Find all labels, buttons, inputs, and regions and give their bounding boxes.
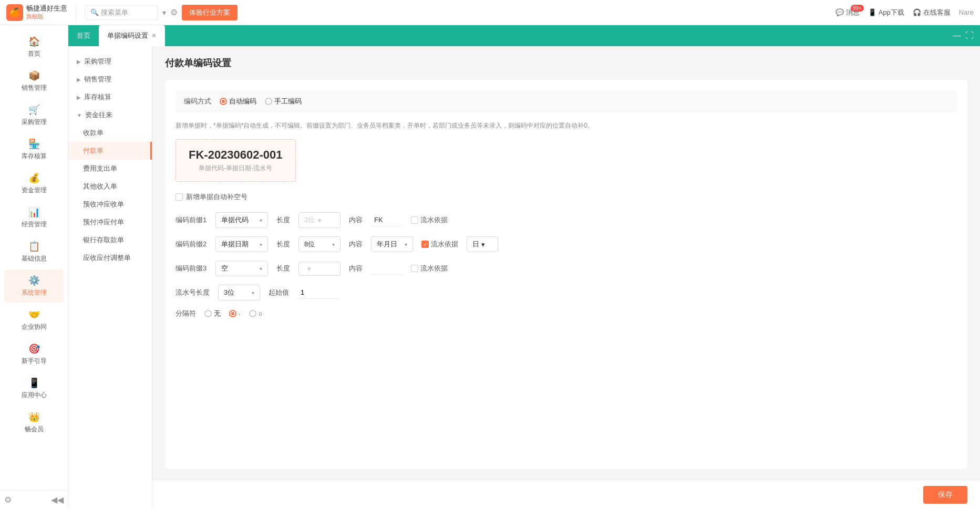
menu-item-expense[interactable]: 费用支出单 <box>68 160 152 178</box>
prefix3-select[interactable]: 空 ▾ <box>215 261 268 276</box>
watermark1-check: 流水依据 <box>411 215 448 225</box>
service-icon: 🎧 <box>913 8 921 16</box>
sep-circle-radio[interactable]: ○ <box>249 310 263 318</box>
sep-dot-radio[interactable]: · <box>229 310 241 318</box>
main-layout: 🏠 首页 📦 销售管理 🛒 采购管理 🏪 库存核算 💰 资金管理 📊 经 <box>0 25 980 509</box>
sidebar-item-label: 首页 <box>28 49 40 58</box>
auto-fill-checkbox[interactable] <box>176 193 183 201</box>
menu-group-sales[interactable]: ▶ 销售管理 <box>68 70 152 88</box>
sidebar-bottom: ⚙ ◀◀ <box>0 490 68 509</box>
dropdown-arrow-icon[interactable]: ▾ <box>162 8 166 17</box>
separator-row: 分隔符 无 · ○ <box>176 309 957 318</box>
sidebar-item-inventory[interactable]: 🏪 库存核算 <box>4 133 64 166</box>
download-icon: 📱 <box>868 8 876 16</box>
collapse-icon[interactable]: ◀◀ <box>51 495 64 505</box>
sidebar-item-operations[interactable]: 📊 经营管理 <box>4 201 64 234</box>
manual-encoding-dot <box>265 98 272 105</box>
day-arrow-icon: ▾ <box>481 241 485 248</box>
sidebar-item-app-center[interactable]: 📱 应用中心 <box>4 372 64 405</box>
online-service[interactable]: 🎧 在线客服 <box>913 8 951 17</box>
prefix2-select[interactable]: 单据日期 ▾ <box>215 236 268 252</box>
search-icon: 🔍 <box>90 8 99 16</box>
sidebar-item-label: 销售管理 <box>22 84 47 92</box>
prefix1-select[interactable]: 单据代码 ▾ <box>215 212 268 228</box>
watermark3-checkbox[interactable] <box>411 265 418 272</box>
search-box[interactable]: 🔍 搜索菜单 <box>85 5 158 20</box>
menu-item-prepay-receivable[interactable]: 预收冲应收单 <box>68 195 152 213</box>
sidebar-item-finance[interactable]: 💰 资金管理 <box>4 167 64 200</box>
content3-input[interactable] <box>371 262 403 275</box>
day-select[interactable]: 日 ▾ <box>467 236 498 252</box>
sidebar-item-system[interactable]: ⚙️ 系统管理 <box>4 269 64 303</box>
serial-length-row: 流水号长度 3位 ▾ 起始值 <box>176 285 957 300</box>
manual-encoding-radio[interactable]: 手工编码 <box>265 97 302 106</box>
tabbar-actions: — ⛶ <box>953 31 980 40</box>
content1-input[interactable] <box>371 214 403 226</box>
menu-group-purchase[interactable]: ▶ 采购管理 <box>68 53 152 70</box>
auto-encoding-radio[interactable]: 自动编码 <box>220 97 256 106</box>
menu-item-adjustment[interactable]: 应收应付调整单 <box>68 249 152 267</box>
encoding-method-row: 编码方式 自动编码 手工编码 <box>176 90 957 112</box>
tabbar: 首页 单据编码设置 ✕ — ⛶ <box>68 25 980 46</box>
select-arrow-icon: ▾ <box>405 242 407 247</box>
menu-group-inventory[interactable]: ▶ 库存核算 <box>68 88 152 106</box>
encoding-radio-group: 自动编码 手工编码 <box>220 97 302 106</box>
topbar: 🍊 畅捷通好生意 旗舰版 🔍 搜索菜单 ▾ ⚙ 体验行业方案 💬 消息 99+ … <box>0 0 980 25</box>
tab-encoding-settings[interactable]: 单据编码设置 ✕ <box>99 25 165 46</box>
sidebar-item-label: 应用中心 <box>22 391 47 400</box>
trial-button[interactable]: 体验行业方案 <box>182 5 238 20</box>
message-badge[interactable]: 💬 消息 99+ <box>835 8 860 17</box>
menu-item-other-income[interactable]: 其他收入单 <box>68 178 152 195</box>
tab-home-label: 首页 <box>77 31 90 40</box>
length1-select[interactable]: 2位 ▾ <box>298 212 341 228</box>
sep-none-radio[interactable]: 无 <box>204 309 221 318</box>
prefix2-label: 编码前缀2 <box>176 240 207 249</box>
sidebar-item-label: 基础信息 <box>22 254 47 263</box>
select-arrow-icon: ▾ <box>260 217 262 223</box>
tab-close-icon[interactable]: ✕ <box>151 32 157 39</box>
settings-icon[interactable]: ⚙ <box>4 495 12 505</box>
sidebar-item-sales[interactable]: 📦 销售管理 <box>4 65 64 98</box>
menu-group-label: 资金往来 <box>85 110 112 120</box>
sales-icon: 📦 <box>28 70 40 81</box>
start-value-input[interactable] <box>297 286 339 299</box>
sidebar-item-member[interactable]: 👑 畅会员 <box>4 406 64 439</box>
menu-item-receipt[interactable]: 收款单 <box>68 124 152 142</box>
menu-item-bank[interactable]: 银行存取款单 <box>68 231 152 249</box>
app-center-icon: 📱 <box>28 377 40 389</box>
serial-length-select[interactable]: 3位 ▾ <box>218 285 260 300</box>
select-arrow-icon: ▾ <box>260 242 262 247</box>
app-download[interactable]: 📱 App下载 <box>868 8 904 17</box>
auto-encoding-dot <box>220 98 227 105</box>
sidebar-item-basic-info[interactable]: 📋 基础信息 <box>4 235 64 268</box>
tab-home[interactable]: 首页 <box>68 25 99 46</box>
page-title: 付款单编码设置 <box>165 57 967 69</box>
logo-text: 畅捷通好生意 旗舰版 <box>26 4 67 20</box>
maximize-icon[interactable]: ⛶ <box>965 31 974 40</box>
menu-item-payment[interactable]: 付款单 <box>68 142 152 160</box>
length2-select[interactable]: 8位 ▾ <box>298 236 341 252</box>
length3-select[interactable]: ▾ <box>298 262 341 276</box>
gear-icon[interactable]: ⚙ <box>170 7 178 17</box>
basic-info-icon: 📋 <box>28 241 40 252</box>
sidebar: 🏠 首页 📦 销售管理 🛒 采购管理 🏪 库存核算 💰 资金管理 📊 经 <box>0 25 68 509</box>
serial-length-label: 流水号长度 <box>176 288 210 297</box>
menu-group-capital[interactable]: ▼ 资金往来 <box>68 106 152 124</box>
sidebar-item-purchase[interactable]: 🛒 采购管理 <box>4 99 64 132</box>
inventory-icon: 🏪 <box>28 138 40 150</box>
minimize-icon[interactable]: — <box>953 31 961 40</box>
watermark2-checkbox[interactable]: ✓ <box>421 241 429 248</box>
sidebar-item-enterprise[interactable]: 🤝 企业协同 <box>4 304 64 337</box>
content2-select[interactable]: 年月日 ▾ <box>371 236 413 252</box>
user-name[interactable]: Nare <box>959 8 974 16</box>
length3-label: 长度 <box>276 264 290 273</box>
page-wrapper: 付款单编码设置 编码方式 自动编码 <box>152 46 980 509</box>
watermark1-checkbox[interactable] <box>411 216 418 224</box>
sidebar-item-guide[interactable]: 🎯 新手引导 <box>4 338 64 371</box>
save-button[interactable]: 保存 <box>923 486 967 504</box>
finance-icon: 💰 <box>28 172 40 184</box>
arrow-icon: ▶ <box>77 95 81 100</box>
sidebar-item-home[interactable]: 🏠 首页 <box>4 30 64 64</box>
watermark2-check: ✓ 流水依据 <box>421 240 458 249</box>
menu-item-prepay-payable[interactable]: 预付冲应付单 <box>68 213 152 231</box>
